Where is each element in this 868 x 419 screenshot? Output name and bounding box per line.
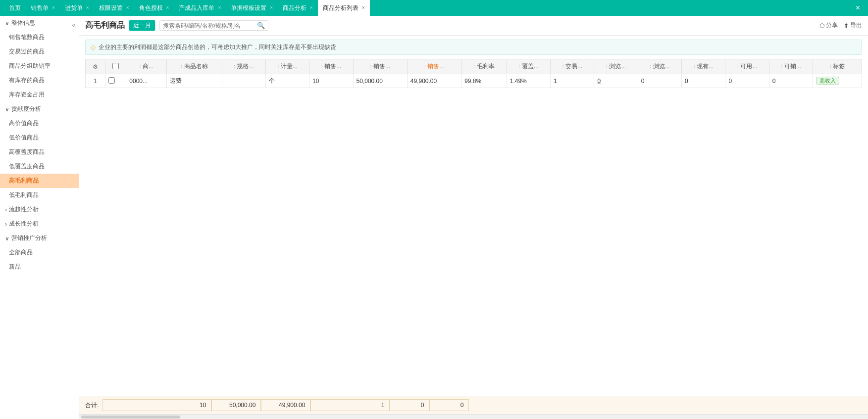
- sidebar-item-group-rate[interactable]: 商品分组助销率: [0, 59, 79, 73]
- sidebar-group-growth[interactable]: › 成长性分析: [0, 217, 79, 231]
- col-header-sales-qty: : 销售...: [309, 59, 353, 74]
- row-name: 运费: [167, 74, 222, 88]
- share-icon: ⬡: [819, 22, 824, 29]
- footer-sales-amt: 50,000.00: [211, 399, 261, 411]
- sidebar-item-traded[interactable]: 交易过的商品: [0, 45, 79, 59]
- data-table: ⚙ : 商... : 商品名称 : 规格... : 计量... : 销售... …: [85, 59, 862, 88]
- nav-template-close[interactable]: ×: [270, 0, 273, 16]
- hscroll-thumb[interactable]: [81, 416, 180, 419]
- footer-available: 0: [429, 399, 469, 411]
- sidebar: « ∨ 整体信息 销售笔数商品 交易过的商品 商品分组助销率 有库存的商品 库存…: [0, 16, 79, 419]
- col-header-browse1: : 浏览...: [594, 59, 638, 74]
- col-header-coverage: : 覆盖...: [507, 59, 550, 74]
- nav-goods-analysis-close[interactable]: ×: [310, 0, 313, 16]
- row-transaction: 1: [551, 74, 594, 88]
- nav-role[interactable]: 角色授权 ×: [134, 0, 174, 16]
- footer-current: 0: [390, 399, 429, 411]
- search-input[interactable]: [163, 22, 257, 29]
- page-title: 高毛利商品: [85, 20, 125, 31]
- info-icon: ◇: [91, 44, 96, 51]
- filter-recent-month-button[interactable]: 近一月: [129, 20, 155, 31]
- sidebar-item-stock-capital[interactable]: 库存资金占用: [0, 88, 79, 102]
- col-header-name: : 商品名称: [167, 59, 222, 74]
- chevron-down-icon-2: ∨: [5, 106, 9, 113]
- row-saleable: 0: [769, 74, 813, 88]
- content-header: 高毛利商品 近一月 🔍 ⬡ 分享 ⬆ 导出: [79, 16, 868, 36]
- sidebar-item-low-margin[interactable]: 低毛利商品: [0, 188, 79, 202]
- nav-goods-analysis[interactable]: 商品分析 ×: [278, 0, 318, 16]
- row-checkbox[interactable]: [105, 74, 126, 88]
- row-sales-amt: 50,000.00: [353, 74, 407, 88]
- footer-label: 合计:: [85, 401, 99, 410]
- sidebar-item-low-coverage[interactable]: 低覆盖度商品: [0, 159, 79, 174]
- row-current: 0: [682, 74, 725, 88]
- table-row: 1 0000... 运费 个 10 50,000.00 49,900.00 99…: [86, 74, 862, 88]
- sidebar-item-high-value[interactable]: 高价值商品: [0, 116, 79, 131]
- row-unit: 个: [265, 74, 309, 88]
- row-browse1[interactable]: 0: [594, 74, 638, 88]
- row-spec: [222, 74, 265, 88]
- row-num: 1: [86, 74, 105, 88]
- hscroll-bar[interactable]: [79, 414, 868, 419]
- nav-sales[interactable]: 销售单 ×: [26, 0, 60, 16]
- sidebar-group-trend[interactable]: › 流趋性分析: [0, 202, 79, 217]
- nav-home[interactable]: 首页: [4, 0, 26, 16]
- row-browse2: 0: [638, 74, 681, 88]
- col-header-settings[interactable]: ⚙: [86, 59, 105, 74]
- sidebar-item-in-stock[interactable]: 有库存的商品: [0, 73, 79, 88]
- sidebar-item-high-margin[interactable]: 高毛利商品: [0, 174, 79, 188]
- nav-goods-analysis-list[interactable]: 商品分析列表 ×: [318, 0, 370, 16]
- sidebar-collapse-button[interactable]: «: [72, 21, 76, 29]
- col-header-browse2: : 浏览...: [638, 59, 681, 74]
- table-wrapper[interactable]: ⚙ : 商... : 商品名称 : 规格... : 计量... : 销售... …: [79, 59, 868, 396]
- nav-purchase-close[interactable]: ×: [86, 0, 89, 16]
- sidebar-item-all-goods[interactable]: 全部商品: [0, 245, 79, 260]
- col-header-sales-amt2: : 销售...: [407, 59, 461, 74]
- sidebar-item-high-coverage[interactable]: 高覆盖度商品: [0, 145, 79, 159]
- nav-product-inbound[interactable]: 产成品入库单 ×: [174, 0, 226, 16]
- col-header-saleable: : 可销...: [769, 59, 813, 74]
- nav-role-close[interactable]: ×: [166, 0, 169, 16]
- search-icon[interactable]: 🔍: [257, 22, 265, 29]
- sidebar-group-marketing[interactable]: ∨ 营销推广分析: [0, 231, 79, 245]
- chevron-right-icon: ›: [5, 206, 7, 213]
- col-header-tag: : 标签: [813, 59, 862, 74]
- nav-template[interactable]: 单据模板设置 ×: [226, 0, 278, 16]
- footer-sales-amt2: 49,900.00: [261, 399, 310, 411]
- export-icon: ⬆: [844, 22, 849, 29]
- search-box: 🔍: [159, 20, 268, 31]
- col-header-unit: : 计量...: [265, 59, 309, 74]
- nav-product-inbound-close[interactable]: ×: [218, 0, 221, 16]
- chevron-right-icon-2: ›: [5, 221, 7, 228]
- share-button[interactable]: ⬡ 分享: [819, 21, 838, 30]
- nav-sales-close[interactable]: ×: [52, 0, 55, 16]
- sidebar-item-low-value[interactable]: 低价值商品: [0, 131, 79, 145]
- footer-transaction: 1: [310, 399, 390, 411]
- nav-permission[interactable]: 权限设置 ×: [94, 0, 134, 16]
- export-button[interactable]: ⬆ 导出: [844, 21, 862, 30]
- row-coverage: 1.49%: [507, 74, 550, 88]
- nav-permission-close[interactable]: ×: [126, 0, 129, 16]
- tag-badge: 高收入: [816, 77, 839, 85]
- window-close-button[interactable]: ×: [852, 3, 864, 12]
- col-header-gross-rate: : 毛利率: [461, 59, 507, 74]
- sidebar-item-new-goods[interactable]: 新品: [0, 260, 79, 274]
- sidebar-group-contribution[interactable]: ∨ 贡献度分析: [0, 102, 79, 116]
- chevron-down-icon: ∨: [5, 20, 9, 27]
- col-header-transaction: : 交易...: [551, 59, 594, 74]
- select-all-checkbox[interactable]: [112, 63, 119, 69]
- nav-goods-analysis-list-close[interactable]: ×: [362, 0, 365, 16]
- col-header-code: : 商...: [126, 59, 167, 74]
- col-header-spec: : 规格...: [222, 59, 265, 74]
- info-text: 企业的主要的利润都是这部分商品创造的，可考虑加大推广，同时关注库存是不要出现缺货: [99, 43, 336, 51]
- row-sales-amt2: 49,900.00: [407, 74, 461, 88]
- main-layout: « ∨ 整体信息 销售笔数商品 交易过的商品 商品分组助销率 有库存的商品 库存…: [0, 16, 868, 419]
- col-header-available: : 可用...: [725, 59, 769, 74]
- col-header-checkbox[interactable]: [105, 59, 126, 74]
- sidebar-group-overall[interactable]: ∨ 整体信息: [0, 16, 79, 30]
- row-tag: 高收入: [813, 74, 862, 88]
- sidebar-item-sales-count[interactable]: 销售笔数商品: [0, 30, 79, 45]
- nav-purchase[interactable]: 进货单 ×: [60, 0, 94, 16]
- col-header-sales-amt: : 销售...: [353, 59, 407, 74]
- row-gross-rate: 99.8%: [461, 74, 507, 88]
